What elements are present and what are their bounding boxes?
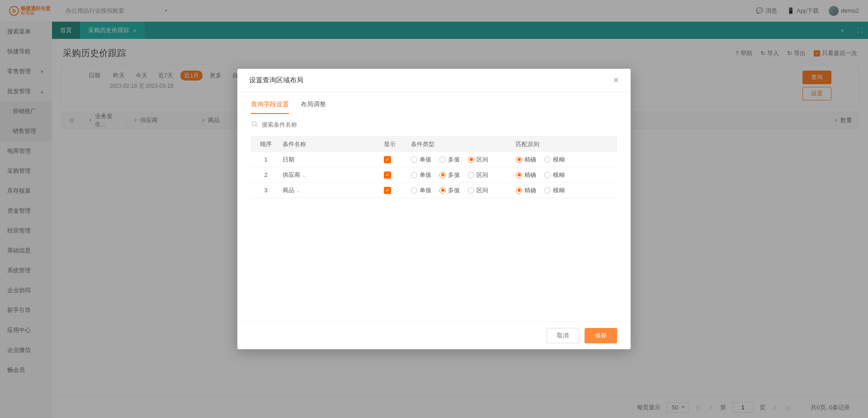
radio-icon [411, 187, 417, 194]
radio-icon [516, 157, 522, 163]
type-radio[interactable]: 单值 [411, 156, 431, 164]
mh-name: 条件名称 [281, 140, 384, 148]
radio-icon [468, 157, 474, 163]
type-radio[interactable]: 区间 [468, 156, 488, 164]
match-radio-group: 精确模糊 [516, 186, 617, 195]
modal-save-button[interactable]: 保存 [585, 328, 617, 343]
radio-icon [439, 172, 446, 178]
radio-label: 模糊 [553, 186, 565, 195]
radio-label: 单值 [420, 156, 431, 164]
modal-table-header: 顺序 条件名称 显示 条件类型 匹配原则 [251, 137, 617, 152]
radio-label: 单值 [420, 186, 431, 195]
show-checkbox[interactable]: ✓ [384, 156, 391, 163]
type-radio-group: 单值多值区间 [411, 186, 516, 195]
radio-icon [516, 172, 522, 178]
row-index: 3 [251, 187, 281, 194]
radio-icon [439, 157, 446, 163]
type-radio-group: 单值多值区间 [411, 171, 516, 179]
show-checkbox[interactable]: ✓ [384, 171, 391, 179]
radio-icon [544, 157, 551, 163]
svg-point-0 [252, 122, 256, 126]
modal-title: 设置查询区域布局 [249, 76, 303, 85]
match-radio[interactable]: 精确 [516, 186, 536, 195]
match-radio[interactable]: 模糊 [544, 156, 565, 164]
mh-match: 匹配原则 [516, 140, 617, 148]
modal-cancel-button[interactable]: 取消 [547, 328, 579, 343]
match-radio-group: 精确模糊 [516, 171, 617, 179]
modal-close-button[interactable]: ✕ [613, 76, 619, 85]
radio-label: 区间 [476, 171, 488, 179]
condition-name: 商品 [283, 187, 294, 194]
radio-icon [468, 172, 474, 178]
condition-name: 供应商 [283, 171, 300, 178]
radio-label: 模糊 [553, 156, 565, 164]
radio-icon [468, 187, 474, 194]
radio-label: 单值 [420, 171, 431, 179]
radio-label: 区间 [476, 156, 488, 164]
type-radio[interactable]: 多值 [439, 186, 460, 195]
mh-show: 显示 [384, 140, 411, 148]
type-radio-group: 单值多值区间 [411, 156, 516, 164]
modal-tab-layout[interactable]: 布局调整 [301, 100, 326, 114]
radio-label: 精确 [524, 156, 536, 164]
chevron-down-icon[interactable]: ⌄ [302, 173, 306, 178]
radio-label: 多值 [448, 171, 460, 179]
match-radio[interactable]: 模糊 [544, 171, 565, 179]
radio-icon [544, 172, 551, 178]
type-radio[interactable]: 单值 [411, 171, 431, 179]
radio-label: 多值 [448, 186, 460, 195]
radio-label: 精确 [524, 171, 536, 179]
row-index: 2 [251, 171, 281, 178]
type-radio[interactable]: 区间 [468, 171, 488, 179]
radio-icon [439, 187, 446, 194]
chevron-down-icon[interactable]: ⌄ [296, 188, 300, 193]
condition-row: 1日期✓单值多值区间精确模糊 [251, 152, 617, 167]
match-radio[interactable]: 模糊 [544, 186, 565, 195]
radio-label: 精确 [524, 186, 536, 195]
radio-icon [411, 172, 417, 178]
search-icon [251, 120, 258, 129]
match-radio[interactable]: 精确 [516, 171, 536, 179]
radio-icon [516, 187, 522, 194]
show-checkbox[interactable]: ✓ [384, 187, 391, 194]
modal-search [251, 119, 617, 131]
radio-icon [411, 157, 417, 163]
modal-tab-fields[interactable]: 查询字段设置 [251, 100, 289, 114]
modal-table: 顺序 条件名称 显示 条件类型 匹配原则 1日期✓单值多值区间精确模糊2供应商⌄… [251, 136, 617, 198]
match-radio-group: 精确模糊 [516, 156, 617, 164]
radio-label: 区间 [476, 186, 488, 195]
row-index: 1 [251, 156, 281, 163]
type-radio[interactable]: 单值 [411, 186, 431, 195]
type-radio[interactable]: 区间 [468, 186, 488, 195]
match-radio[interactable]: 精确 [516, 156, 536, 164]
mh-order: 顺序 [251, 140, 281, 148]
condition-search-input[interactable] [262, 119, 617, 131]
type-radio[interactable]: 多值 [439, 156, 460, 164]
condition-row: 3商品⌄✓单值多值区间精确模糊 [251, 183, 617, 198]
radio-label: 多值 [448, 156, 460, 164]
condition-row: 2供应商⌄✓单值多值区间精确模糊 [251, 167, 617, 183]
type-radio[interactable]: 多值 [439, 171, 460, 179]
svg-line-1 [256, 125, 257, 127]
condition-name: 日期 [283, 156, 294, 163]
radio-icon [544, 187, 551, 194]
query-layout-modal: 设置查询区域布局 ✕ 查询字段设置 布局调整 顺序 条件名称 显示 条件类型 匹… [237, 69, 631, 349]
radio-label: 模糊 [553, 171, 565, 179]
mh-type: 条件类型 [411, 140, 516, 148]
